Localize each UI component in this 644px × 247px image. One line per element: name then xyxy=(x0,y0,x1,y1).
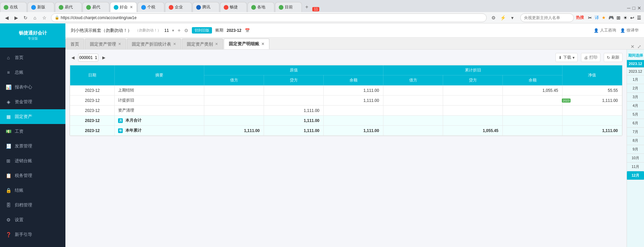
tax-icon: 📋 xyxy=(5,173,11,178)
browser-tab-11[interactable]: 目前 xyxy=(275,2,302,12)
browser-tab-4[interactable]: 易代 xyxy=(83,2,109,12)
content-tab-detail[interactable]: 固定资产明细账 ✕ xyxy=(224,39,269,49)
sidebar-item-capital[interactable]: ◈ 资金管理 xyxy=(0,95,65,109)
browser-tab-5[interactable]: 好会 ✕ xyxy=(110,2,137,12)
cell-net-value-4 xyxy=(562,116,622,126)
undo-icon[interactable]: ↩ xyxy=(630,15,634,20)
sidebar-item-close[interactable]: 🔒 结账 xyxy=(0,183,65,198)
cell-dep-balance-5 xyxy=(503,126,562,136)
period-item-5[interactable]: 5月 xyxy=(627,110,644,119)
sidebar-item-guide[interactable]: ❓ 新手引导 xyxy=(0,227,65,242)
sidebar-label-salary: 工资 xyxy=(15,128,23,134)
content-tab-home[interactable]: 首页 xyxy=(65,39,84,49)
browser-tab-1[interactable]: 在线 xyxy=(0,2,27,12)
close-detail[interactable]: ✕ xyxy=(261,42,264,46)
tab-close-5[interactable]: ✕ xyxy=(130,5,133,9)
period-item-9[interactable]: 9月 xyxy=(627,145,644,154)
content-tab-collapse-btn[interactable]: ✕ xyxy=(631,44,635,49)
refresh-btn[interactable]: ↻ 刷新 xyxy=(604,53,623,62)
sidebar-item-invoice[interactable]: 🧾 发票管理 xyxy=(0,139,65,153)
search-input[interactable] xyxy=(520,13,574,22)
browser-tab-8[interactable]: 腾讯 xyxy=(193,2,219,12)
period-item-1[interactable]: 1月 xyxy=(627,75,644,84)
old-version-btn[interactable]: 切到旧版 xyxy=(192,27,212,34)
browser-tab-2[interactable]: 新版 xyxy=(28,2,54,12)
period-item-12[interactable]: 12月 xyxy=(627,171,644,180)
browser-tab-3[interactable]: 易代 xyxy=(55,2,82,12)
period-item-2[interactable]: 2月 xyxy=(627,84,644,93)
maximize-btn[interactable]: □ xyxy=(633,5,635,11)
period-item-4[interactable]: 4月 xyxy=(627,102,644,110)
sidebar-item-ledger[interactable]: ≡ 总账 xyxy=(0,65,65,80)
period-item-year-selected[interactable]: 2023.12 xyxy=(627,60,644,68)
sidebar-item-home[interactable]: ⌂ 首页 xyxy=(0,50,65,65)
sidebar-item-archive[interactable]: 🗄 归档管理 xyxy=(0,198,65,212)
new-tab-button[interactable]: + xyxy=(303,2,311,12)
minimize-btn[interactable]: ─ xyxy=(627,5,631,11)
close-window-btn[interactable]: ✕ xyxy=(637,5,641,11)
content-tab-fixed-mgmt[interactable]: 固定资产管理 ✕ xyxy=(85,39,126,49)
browser-tab-9[interactable]: 畅捷 xyxy=(220,2,247,12)
help-button[interactable]: 👤 人工咨询 xyxy=(594,27,616,33)
home-nav-button[interactable]: ⌂ xyxy=(31,14,39,22)
brightness-icon[interactable]: ☀ xyxy=(623,15,628,20)
menu-icon[interactable]: ☰ xyxy=(637,15,641,20)
salary-icon: 💵 xyxy=(5,129,11,134)
bookmark-button[interactable]: ☆ xyxy=(40,14,48,22)
close-fixed-mgmt[interactable]: ✕ xyxy=(118,42,121,46)
grid-icon[interactable]: ⊞ xyxy=(616,15,621,20)
calendar-icon[interactable]: 📅 xyxy=(245,28,250,33)
content-tab-category[interactable]: 固定资产类别 ✕ xyxy=(182,39,223,49)
period-item-6[interactable]: 6月 xyxy=(627,119,644,128)
period-item-11[interactable]: 11月 xyxy=(627,163,644,171)
add-account-btn[interactable]: + xyxy=(177,27,180,34)
sidebar-item-salary[interactable]: 💵 工资 xyxy=(0,124,65,139)
tab-icon-11 xyxy=(279,5,283,10)
tab-icon-8 xyxy=(196,5,201,10)
star-icon[interactable]: ★ xyxy=(602,15,606,20)
print-btn[interactable]: 🖨 打印 xyxy=(581,53,600,62)
tab-label-8: 腾讯 xyxy=(202,4,210,10)
pager-prev-btn[interactable]: ◀ xyxy=(69,54,76,61)
tab-icon-5 xyxy=(114,5,118,10)
nav-bar: ◀ ▶ ↻ ⌂ ☆ 🔒 https://cloud.chanjet.com/ac… xyxy=(0,12,644,23)
thunder-btn[interactable]: ⚡ xyxy=(499,14,507,22)
download-btn[interactable]: ⬇ 下载 ▾ xyxy=(555,53,578,62)
pager-next-btn[interactable]: ▶ xyxy=(100,54,107,61)
help-icon: 👤 xyxy=(594,28,599,33)
content-tab-depreciation[interactable]: 固定资产折旧统计表 ✕ xyxy=(127,39,181,49)
user-button[interactable]: 👤 徐译华 xyxy=(620,27,639,33)
cell-dep-debit-4 xyxy=(383,116,443,126)
extensions-btn[interactable]: ⚙ xyxy=(489,14,497,22)
translate-icon[interactable]: 译 xyxy=(595,15,599,21)
forward-button[interactable]: ▶ xyxy=(12,14,20,22)
sidebar-item-stock[interactable]: ⊞ 进销台账 xyxy=(0,153,65,168)
scissors-icon[interactable]: ✂ xyxy=(588,15,592,20)
settings-account-btn[interactable]: ⚙ xyxy=(184,28,189,33)
sidebar-item-tax[interactable]: 📋 税务管理 xyxy=(0,168,65,183)
sidebar-item-report[interactable]: 📊 报表中心 xyxy=(0,80,65,95)
pager-input[interactable] xyxy=(78,54,98,62)
tab-icon-10 xyxy=(251,5,256,10)
dropdown-btn[interactable]: ▾ xyxy=(508,14,516,22)
address-bar[interactable]: 🔒 https://cloud.chanjet.com/accounting/u… xyxy=(51,13,487,22)
account-dropdown-icon[interactable]: ▾ xyxy=(172,28,174,33)
period-item-7[interactable]: 7月 xyxy=(627,128,644,136)
period-item-3[interactable]: 3月 xyxy=(627,93,644,102)
close-category[interactable]: ✕ xyxy=(215,42,218,46)
refresh-button[interactable]: ↻ xyxy=(21,14,30,22)
browser-tab-10[interactable]: 各地 xyxy=(248,2,274,12)
close-depreciation[interactable]: ✕ xyxy=(173,42,176,46)
period-item-year-2023[interactable]: 2023.12 xyxy=(627,68,644,75)
sidebar-label-invoice: 发票管理 xyxy=(15,143,32,149)
browser-tab-6[interactable]: 个税 xyxy=(138,2,164,12)
game-icon[interactable]: 🎮 xyxy=(608,15,614,20)
period-item-10[interactable]: 10月 xyxy=(627,154,644,163)
sidebar-item-settings[interactable]: ⚙ 设置 xyxy=(0,212,65,227)
cell-net-value-1: 55.55 xyxy=(562,85,622,96)
sidebar-item-assets[interactable]: ▦ 固定资产 xyxy=(0,109,65,124)
period-item-8[interactable]: 8月 xyxy=(627,136,644,145)
browser-tab-7[interactable]: 企业 xyxy=(165,2,192,12)
back-button[interactable]: ◀ xyxy=(3,14,11,22)
content-tab-expand-btn[interactable]: ⤢ xyxy=(637,44,641,49)
